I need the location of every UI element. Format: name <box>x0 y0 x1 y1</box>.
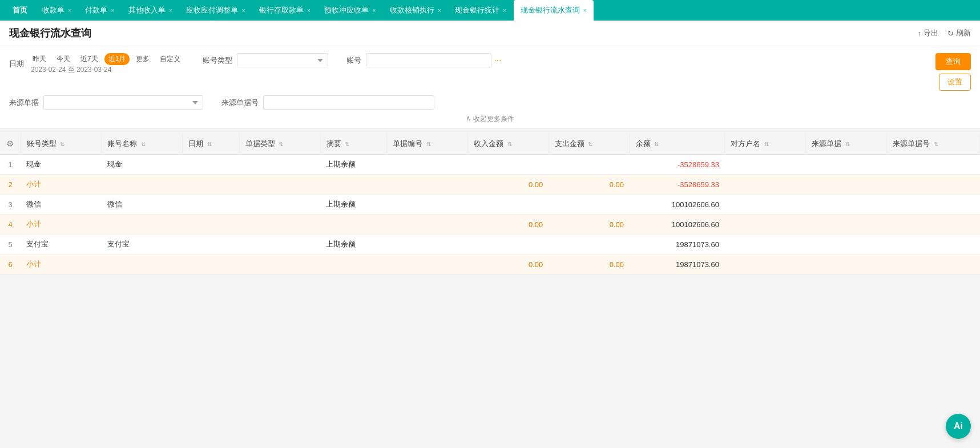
settings-button[interactable]: 设置 <box>939 74 971 91</box>
row-number: 5 <box>0 235 21 255</box>
tab-yushouch[interactable]: 预收冲应收单 × <box>317 0 382 21</box>
sort-icon[interactable]: ⇅ <box>934 141 938 147</box>
row-number: 1 <box>0 155 21 175</box>
tab-yingshouyingfu[interactable]: 应收应付调整单 × <box>179 0 252 21</box>
sort-icon[interactable]: ⇅ <box>845 141 850 147</box>
sort-icon[interactable]: ⇅ <box>207 141 212 147</box>
close-icon[interactable]: × <box>583 7 587 14</box>
tab-xianjinyinhang-stat[interactable]: 现金银行统计 × <box>448 0 513 21</box>
tab-yinhangcunqu[interactable]: 银行存取款单 × <box>252 0 317 21</box>
cell-doc-type <box>239 175 320 195</box>
account-input[interactable] <box>366 53 491 67</box>
cell-expense <box>549 155 630 175</box>
cell-account-name <box>102 255 183 275</box>
col-date: 日期 ⇅ <box>183 134 240 155</box>
sort-icon[interactable]: ⇅ <box>654 141 659 147</box>
date-opt-7days[interactable]: 近7天 <box>76 53 102 65</box>
cell-source-doc-num <box>887 195 980 215</box>
account-more-icon[interactable]: ··· <box>491 55 503 66</box>
col-settings: ⚙ <box>0 134 21 155</box>
sort-icon[interactable]: ⇅ <box>426 141 431 147</box>
cell-counterpart <box>725 255 806 275</box>
cell-date <box>183 175 240 195</box>
sort-icon[interactable]: ⇅ <box>764 141 769 147</box>
sort-icon[interactable]: ⇅ <box>507 141 512 147</box>
cell-date <box>183 255 240 275</box>
col-doc-type: 单据类型 ⇅ <box>239 134 320 155</box>
home-tab[interactable]: 首页 <box>5 0 35 21</box>
tab-shoukuandan[interactable]: 收款单 × <box>35 0 78 21</box>
cell-expense: 0.00 <box>549 175 630 195</box>
export-icon: ↑ <box>918 29 922 38</box>
cell-account-name <box>102 215 183 235</box>
refresh-button[interactable]: ↻ 刷新 <box>947 28 971 38</box>
close-icon[interactable]: × <box>503 7 506 14</box>
close-icon[interactable]: × <box>169 7 172 14</box>
sort-icon[interactable]: ⇅ <box>279 141 283 147</box>
date-opt-custom[interactable]: 自定义 <box>156 53 184 65</box>
cell-source-doc <box>806 155 887 175</box>
cell-counterpart <box>725 235 806 255</box>
cell-doc-number <box>387 195 468 215</box>
table-row[interactable]: 2 小计 0.00 0.00 -3528659.33 <box>0 175 980 195</box>
collapse-label: 收起更多条件 <box>473 114 514 124</box>
cell-date <box>183 195 240 215</box>
date-opt-yesterday[interactable]: 昨天 <box>29 53 50 65</box>
date-opt-1month[interactable]: 近1月 <box>104 53 130 65</box>
cell-summary: 上期余额 <box>320 155 387 175</box>
export-button[interactable]: ↑ 导出 <box>918 28 939 38</box>
col-counterpart: 对方户名 ⇅ <box>725 134 806 155</box>
cell-income <box>467 195 549 215</box>
cell-doc-type <box>239 215 320 235</box>
close-icon[interactable]: × <box>438 7 441 14</box>
tab-fukuandan[interactable]: 付款单 × <box>78 0 121 21</box>
table-row[interactable]: 6 小计 0.00 0.00 19871073.60 <box>0 255 980 275</box>
sort-icon[interactable]: ⇅ <box>588 141 592 147</box>
query-button[interactable]: 查询 <box>935 53 971 70</box>
close-icon[interactable]: × <box>372 7 376 14</box>
row-number: 2 <box>0 175 21 195</box>
close-icon[interactable]: × <box>111 7 114 14</box>
table-row[interactable]: 3 微信 微信 上期余额 100102606.60 <box>0 195 980 215</box>
cell-date <box>183 235 240 255</box>
source-doc-num-input[interactable] <box>263 95 434 110</box>
source-doc-select[interactable] <box>43 95 203 110</box>
cell-counterpart <box>725 215 806 235</box>
close-icon[interactable]: × <box>241 7 245 14</box>
table-header-row: ⚙ 账号类型 ⇅ 账号名称 ⇅ 日期 ⇅ 单据类型 ⇅ <box>0 134 980 155</box>
date-label: 日期 <box>9 59 24 69</box>
data-table-container: ⚙ 账号类型 ⇅ 账号名称 ⇅ 日期 ⇅ 单据类型 ⇅ <box>0 134 980 275</box>
tab-xianjinyinhang-liushui[interactable]: 现金银行流水查询 × <box>514 0 594 21</box>
date-range-display: 2023-02-24 至 2023-03-24 <box>31 65 184 75</box>
column-settings-icon[interactable]: ⚙ <box>6 139 14 148</box>
table-row[interactable]: 4 小计 0.00 0.00 100102606.60 <box>0 215 980 235</box>
account-type-label: 账号类型 <box>203 55 232 66</box>
close-icon[interactable]: × <box>307 7 310 14</box>
cell-account-type: 现金 <box>21 155 102 175</box>
top-navigation: 首页 收款单 × 付款单 × 其他收入单 × 应收应付调整单 × 银行存取款单 … <box>0 0 980 21</box>
sort-icon[interactable]: ⇅ <box>60 141 64 147</box>
account-type-select[interactable] <box>237 53 328 67</box>
collapse-icon: ∧ <box>466 114 471 124</box>
account-label: 账号 <box>346 55 361 66</box>
cell-account-name: 支付宝 <box>102 235 183 255</box>
date-opt-today[interactable]: 今天 <box>53 53 74 65</box>
collapse-bar[interactable]: ∧ 收起更多条件 <box>9 112 971 126</box>
date-opt-more[interactable]: 更多 <box>132 53 154 65</box>
tab-qitashouruden[interactable]: 其他收入单 × <box>122 0 179 21</box>
cell-doc-type <box>239 235 320 255</box>
table-row[interactable]: 5 支付宝 支付宝 上期余额 19871073.60 <box>0 235 980 255</box>
cell-income: 0.00 <box>467 255 549 275</box>
table-row[interactable]: 1 现金 现金 上期余额 -3528659.33 <box>0 155 980 175</box>
sort-icon[interactable]: ⇅ <box>141 141 146 147</box>
cell-account-type: 支付宝 <box>21 235 102 255</box>
col-source-doc: 来源单据 ⇅ <box>806 134 887 155</box>
close-icon[interactable]: × <box>68 7 71 14</box>
tab-shoukuanhexiao[interactable]: 收款核销执行 × <box>383 0 448 21</box>
cell-account-name <box>102 175 183 195</box>
row-number: 4 <box>0 215 21 235</box>
cell-source-doc <box>806 195 887 215</box>
cell-account-name: 微信 <box>102 195 183 215</box>
sort-icon[interactable]: ⇅ <box>345 141 349 147</box>
col-income: 收入金额 ⇅ <box>467 134 549 155</box>
